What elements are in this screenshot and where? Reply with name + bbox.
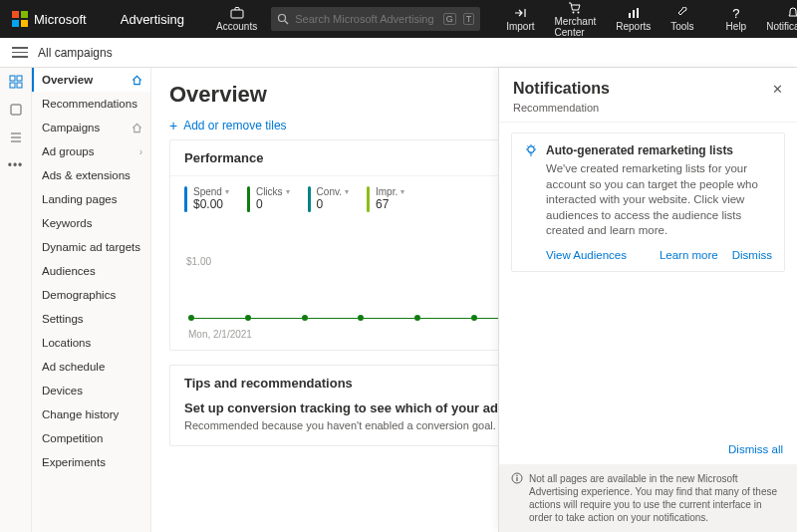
kb-shortcut-g: G — [443, 13, 456, 25]
notification-learn-more-link[interactable]: Learn more — [660, 249, 718, 261]
sidebar-item-label: Demographics — [42, 289, 116, 301]
nav-merchant-label: Merchant Center — [555, 16, 597, 38]
sidebar-item-change-history[interactable]: Change history — [32, 402, 150, 426]
microsoft-logo-icon — [12, 11, 28, 27]
brand-product[interactable]: Advertising — [111, 12, 194, 27]
metric-bar — [367, 186, 370, 212]
svg-point-14 — [528, 146, 534, 152]
sidebar-item-keywords[interactable]: Keywords — [32, 211, 150, 235]
metric-label: Conv. — [317, 186, 342, 197]
dismiss-all-link[interactable]: Dismiss all — [728, 443, 783, 455]
chevron-down-icon: ▾ — [225, 187, 229, 196]
svg-rect-17 — [516, 477, 517, 481]
panel-title: Notifications — [513, 80, 610, 98]
sidebar-item-recommendations[interactable]: Recommendations — [32, 92, 150, 116]
sidebar-item-ad-groups[interactable]: Ad groups› — [32, 139, 150, 163]
add-tiles-label: Add or remove tiles — [183, 119, 286, 133]
chevron-down-icon: ▾ — [345, 187, 349, 196]
sidebar-item-audiences[interactable]: Audiences — [32, 259, 150, 283]
svg-point-3 — [573, 11, 575, 13]
svg-rect-13 — [11, 105, 21, 115]
metric-label: Clicks — [256, 186, 283, 197]
sidebar-item-demographics[interactable]: Demographics — [32, 283, 150, 307]
metric-conv[interactable]: Conv.▾ 0 — [308, 186, 349, 212]
nav-help[interactable]: ? Help — [716, 0, 757, 38]
sidebar-item-devices[interactable]: Devices — [32, 379, 150, 402]
sidebar-item-label: Devices — [42, 385, 83, 397]
svg-rect-12 — [17, 83, 22, 88]
sidebar-item-label: Settings — [42, 313, 84, 325]
rail-library-icon[interactable] — [8, 130, 24, 145]
icon-rail: ••• — [0, 68, 32, 532]
nav-reports-label: Reports — [616, 21, 651, 32]
brand-logo[interactable]: Microsoft — [0, 11, 99, 27]
search-input[interactable] — [295, 13, 435, 25]
sidebar: Overview Recommendations Campaigns Ad gr… — [32, 68, 151, 532]
sidebar-item-experiments[interactable]: Experiments — [32, 450, 150, 474]
svg-point-1 — [279, 15, 286, 22]
notification-body: We've created remarketing lists for your… — [546, 161, 772, 239]
close-button[interactable]: ✕ — [772, 82, 783, 97]
notification-dismiss-link[interactable]: Dismiss — [732, 249, 772, 261]
tips-subtitle-text: Recommended because you haven't enabled … — [184, 419, 496, 431]
sidebar-item-label: Ads & extensions — [42, 169, 131, 181]
panel-info-text: Not all pages are available in the new M… — [529, 472, 785, 524]
sidebar-item-landing-pages[interactable]: Landing pages — [32, 187, 150, 211]
breadcrumb[interactable]: All campaigns — [38, 46, 113, 60]
rail-overview-icon[interactable] — [8, 74, 24, 90]
nav-import[interactable]: Import — [496, 0, 544, 38]
metric-clicks[interactable]: Clicks▾ 0 — [247, 186, 290, 212]
sidebar-item-label: Landing pages — [42, 193, 117, 205]
svg-point-4 — [578, 11, 580, 13]
sidebar-item-overview[interactable]: Overview — [32, 68, 150, 92]
brand-company: Microsoft — [34, 12, 87, 27]
view-audiences-link[interactable]: View Audiences — [546, 249, 627, 261]
sidebar-item-dynamic-targets[interactable]: Dynamic ad targets — [32, 235, 150, 259]
home-icon — [132, 123, 142, 133]
nav-accounts[interactable]: Accounts — [206, 0, 267, 38]
sidebar-item-label: Competition — [42, 432, 103, 444]
chart-date-start: Mon, 2/1/2021 — [188, 329, 252, 340]
nav-help-label: Help — [726, 21, 747, 32]
metric-value: $0.00 — [193, 197, 229, 211]
nav-notifications[interactable]: Notifications — [756, 0, 797, 38]
svg-rect-10 — [17, 76, 22, 81]
briefcase-icon — [230, 6, 244, 20]
nav-tools[interactable]: Tools — [661, 0, 703, 38]
sidebar-item-label: Ad groups — [42, 145, 94, 157]
metric-value: 0 — [256, 197, 290, 211]
sidebar-item-competition[interactable]: Competition — [32, 426, 150, 450]
rail-campaigns-icon[interactable] — [8, 102, 24, 118]
nav-merchant[interactable]: Merchant Center — [545, 0, 607, 38]
sidebar-item-label: Change history — [42, 408, 119, 420]
search-box[interactable]: G T — [271, 7, 480, 31]
notification-card: Auto-generated remarketing lists We've c… — [511, 133, 785, 272]
sidebar-item-ads-extensions[interactable]: Ads & extensions — [32, 163, 150, 187]
kb-shortcut-t: T — [463, 13, 475, 25]
chevron-down-icon: ▾ — [400, 187, 404, 196]
sidebar-item-label: Locations — [42, 337, 91, 349]
import-icon — [513, 6, 527, 20]
sidebar-item-ad-schedule[interactable]: Ad schedule — [32, 355, 150, 379]
nav-reports[interactable]: Reports — [606, 0, 661, 38]
notification-title: Auto-generated remarketing lists — [546, 143, 733, 157]
chevron-right-icon: › — [139, 146, 142, 157]
metric-impr[interactable]: Impr.▾ 67 — [367, 186, 404, 212]
sidebar-item-label: Keywords — [42, 217, 93, 229]
home-icon — [132, 75, 142, 86]
nav-import-label: Import — [506, 21, 534, 32]
panel-section-label: Recommendation — [499, 102, 797, 123]
sidebar-item-campaigns[interactable]: Campaigns — [32, 116, 150, 139]
svg-rect-11 — [10, 83, 15, 88]
svg-rect-9 — [10, 76, 15, 81]
menu-toggle[interactable] — [12, 47, 28, 58]
svg-rect-5 — [629, 13, 631, 18]
help-icon: ? — [732, 6, 739, 20]
sidebar-item-locations[interactable]: Locations — [32, 331, 150, 355]
sidebar-item-settings[interactable]: Settings — [32, 307, 150, 331]
svg-line-2 — [285, 21, 288, 24]
metric-spend[interactable]: Spend▾ $0.00 — [184, 186, 229, 212]
lightbulb-icon — [524, 143, 538, 157]
rail-more-icon[interactable]: ••• — [8, 157, 24, 173]
metric-label: Impr. — [376, 186, 398, 197]
